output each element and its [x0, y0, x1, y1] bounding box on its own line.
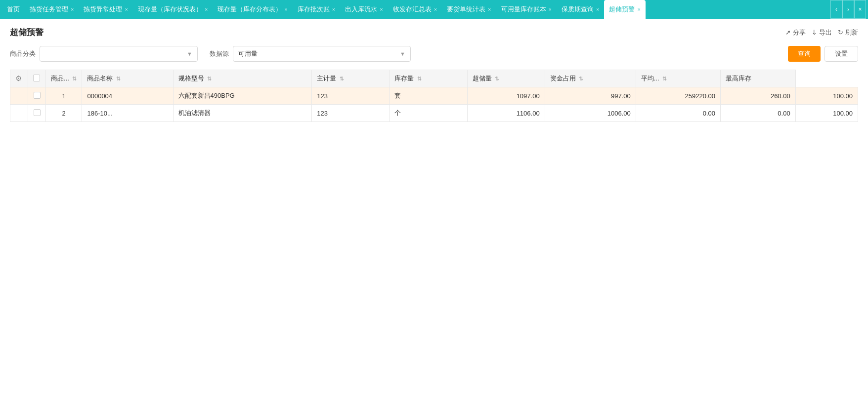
category-arrow-icon: ▼: [187, 51, 192, 57]
nav-close-icon-9[interactable]: ×: [549, 6, 552, 12]
nav-close-icon-7[interactable]: ×: [434, 6, 437, 12]
th-spec-label: 规格型号: [178, 75, 204, 82]
table-header-row: ⚙ 商品... ⇅ 商品名称 ⇅ 规格型号 ⇅ 主计量: [10, 70, 858, 87]
th-product-code-label: 商品...: [51, 75, 69, 82]
nav-close-icon-1[interactable]: ×: [71, 6, 74, 12]
query-button[interactable]: 查询: [788, 46, 821, 62]
sort-icon-capital: ⇅: [579, 76, 583, 82]
th-avg[interactable]: 平均... ⇅: [636, 70, 720, 87]
nav-item-9[interactable]: 可用量库存账本 ×: [496, 0, 557, 19]
cell-spec: 123: [312, 87, 390, 105]
th-stock-label: 库存量: [394, 75, 414, 82]
nav-item-11[interactable]: 超储预警 ×: [604, 0, 645, 19]
refresh-label: 刷新: [845, 28, 858, 37]
cell-unit: 个: [390, 105, 467, 122]
sort-icon-unit: ⇅: [340, 76, 344, 82]
th-stock[interactable]: 库存量 ⇅: [390, 70, 467, 87]
sort-icon-avg: ⇅: [662, 76, 667, 82]
th-over-stock-label: 超储量: [473, 75, 492, 82]
table-row: 10000004六配套新昌490BPG123套1097.00997.002592…: [10, 87, 858, 105]
datasource-arrow-icon: ▼: [400, 51, 405, 57]
export-label: 导出: [819, 28, 832, 37]
export-button[interactable]: ⇓ 导出: [812, 28, 832, 37]
nav-item-6[interactable]: 出入库流水 ×: [340, 0, 388, 19]
sort-icon-over-stock: ⇅: [495, 76, 499, 82]
nav-close-icon-6[interactable]: ×: [380, 6, 383, 12]
cell-product-code: 186-10...: [82, 105, 173, 122]
nav-item-10[interactable]: 保质期查询 ×: [557, 0, 604, 19]
row-checkbox[interactable]: [34, 109, 41, 116]
nav-item-4[interactable]: 现存量（库存分布表） ×: [213, 0, 292, 19]
filter-buttons: 查询 设置: [788, 46, 858, 62]
cell-capital: 0.00: [636, 105, 720, 122]
cell-avg: 260.00: [721, 87, 796, 105]
th-settings: ⚙: [10, 70, 28, 87]
nav-close-icon-3[interactable]: ×: [205, 6, 208, 12]
nav-close-icon-4[interactable]: ×: [284, 6, 287, 12]
th-max-stock[interactable]: 最高库存: [721, 70, 796, 87]
cell-unit: 套: [390, 87, 467, 105]
header-actions: ➚ 分享 ⇓ 导出 ↻ 刷新: [785, 28, 858, 37]
th-capital-label: 资金占用: [550, 75, 576, 82]
table-row: 2186-10...机油滤清器123个1106.001006.000.000.0…: [10, 105, 858, 122]
th-over-stock[interactable]: 超储量 ⇅: [467, 70, 545, 87]
settings-button[interactable]: 设置: [825, 46, 858, 62]
cell-product-code: 0000004: [82, 87, 173, 105]
cell-capital: 259220.00: [636, 87, 720, 105]
page-title: 超储预警: [10, 27, 43, 38]
th-avg-label: 平均...: [641, 75, 659, 82]
nav-next-arrow[interactable]: ›: [842, 0, 854, 19]
nav-item-3[interactable]: 现存量（库存状况表） ×: [133, 0, 213, 19]
th-product-name[interactable]: 商品名称 ⇅: [82, 70, 173, 87]
share-icon: ➚: [785, 29, 791, 36]
cell-product-name: 机油滤清器: [173, 105, 312, 122]
category-select[interactable]: ▼: [40, 46, 198, 62]
sort-icon-stock: ⇅: [417, 76, 422, 82]
sort-icon-product-code: ⇅: [72, 76, 77, 82]
row-checkbox-cell: [28, 87, 46, 105]
nav-item-1[interactable]: 拣货任务管理 ×: [25, 0, 79, 19]
nav-close-icon-5[interactable]: ×: [332, 6, 335, 12]
th-unit-label: 主计量: [317, 75, 336, 82]
refresh-button[interactable]: ↻ 刷新: [838, 28, 858, 37]
nav-close-icon-10[interactable]: ×: [596, 6, 599, 12]
share-button[interactable]: ➚ 分享: [785, 28, 806, 37]
export-icon: ⇓: [812, 29, 817, 36]
category-label: 商品分类: [10, 49, 36, 58]
cell-over-stock: 997.00: [545, 87, 636, 105]
th-product-code[interactable]: 商品... ⇅: [46, 70, 82, 87]
cell-spec: 123: [312, 105, 390, 122]
cell-stock: 1097.00: [467, 87, 545, 105]
nav-item-2[interactable]: 拣货异常处理 ×: [79, 0, 132, 19]
page-header: 超储预警 ➚ 分享 ⇓ 导出 ↻ 刷新: [10, 27, 858, 38]
nav-close-arrow[interactable]: ×: [854, 0, 866, 19]
datasource-select[interactable]: 可用量 ▼: [233, 46, 411, 62]
row-checkbox[interactable]: [34, 92, 41, 99]
th-unit[interactable]: 主计量 ⇅: [312, 70, 390, 87]
th-capital[interactable]: 资金占用 ⇅: [545, 70, 636, 87]
settings-gear-icon[interactable]: ⚙: [15, 74, 22, 82]
nav-prev-arrow[interactable]: ‹: [830, 0, 842, 19]
row-checkbox-cell: [28, 105, 46, 122]
row-num: 1: [46, 87, 82, 105]
row-settings-cell: [10, 105, 28, 122]
nav-item-8[interactable]: 要货单统计表 ×: [442, 0, 496, 19]
nav-item-5[interactable]: 库存批次账 ×: [293, 0, 340, 19]
header-checkbox[interactable]: [33, 75, 40, 81]
nav-close-icon-11[interactable]: ×: [637, 6, 640, 12]
refresh-icon: ↻: [838, 29, 843, 36]
row-settings-cell: [10, 87, 28, 105]
cell-product-name: 六配套新昌490BPG: [173, 87, 312, 105]
filter-row: 商品分类 ▼ 数据源 可用量 ▼ 查询 设置: [10, 46, 858, 62]
th-spec[interactable]: 规格型号 ⇅: [173, 70, 312, 87]
nav-close-icon-8[interactable]: ×: [488, 6, 491, 12]
th-max-stock-label: 最高库存: [726, 75, 751, 82]
th-product-name-label: 商品名称: [87, 75, 113, 82]
nav-item-0[interactable]: 首页: [2, 0, 25, 19]
datasource-value: 可用量: [238, 49, 258, 58]
nav-item-7[interactable]: 收发存汇总表 ×: [388, 0, 442, 19]
cell-over-stock: 1006.00: [545, 105, 636, 122]
nav-close-icon-2[interactable]: ×: [125, 6, 128, 12]
datasource-label: 数据源: [210, 49, 229, 58]
cell-avg: 0.00: [721, 105, 796, 122]
